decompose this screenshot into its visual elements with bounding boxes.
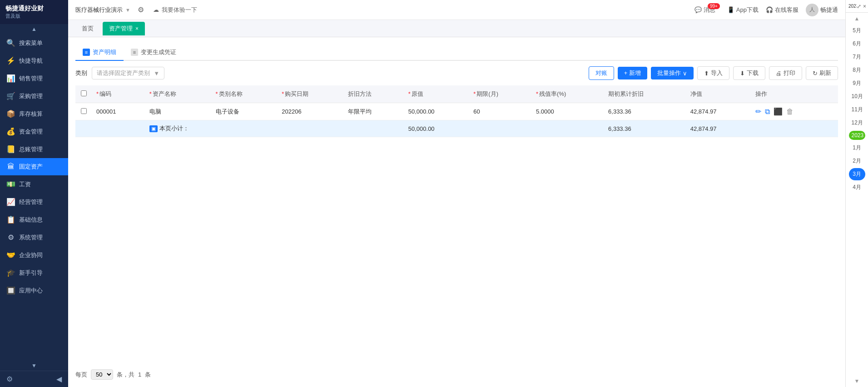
sidebar-item-inventory[interactable]: 📦 库存核算	[0, 105, 68, 123]
avatar: 人	[806, 4, 818, 16]
operations-icon: 📈	[6, 198, 15, 206]
sidebar-item-ledger[interactable]: 📒 总账管理	[0, 140, 68, 158]
sidebar-item-system[interactable]: ⚙ 系统管理	[0, 228, 68, 246]
share-button[interactable]: ⬛	[774, 107, 783, 116]
sidebar-item-enterprise[interactable]: 🤝 企业协同	[0, 246, 68, 264]
right-panel-scroll-down[interactable]: ▼	[853, 377, 861, 385]
cal-month-10[interactable]: 10月	[849, 90, 865, 103]
company-gear-icon[interactable]: ⚙	[138, 5, 144, 14]
cal-month-2[interactable]: 2月	[849, 155, 865, 167]
sidebar-item-label: 资金管理	[19, 128, 43, 136]
notification-button[interactable]: 💬 消息 99+	[694, 6, 715, 14]
cal-month-3-current[interactable]: 3月	[849, 168, 865, 180]
sidebar-scroll-down[interactable]: ▼	[0, 361, 68, 371]
copy-button[interactable]: ⧉	[765, 108, 770, 116]
row-code: 000001	[92, 103, 145, 120]
download-button[interactable]: ⬇ 下载	[733, 66, 765, 80]
right-panel-scroll-up[interactable]: ▲	[853, 15, 861, 23]
sidebar-item-label: 搜索菜单	[19, 39, 43, 47]
assets-table: *编码 *资产名称 *类别名称 *购买日期 折旧方法 *原值 *期限(月) *残…	[75, 85, 838, 137]
experience-button[interactable]: ☁ 我要体验一下	[153, 6, 197, 14]
category-filter[interactable]: 请选择固定资产类别 ▼	[92, 67, 164, 79]
row-checkbox[interactable]	[81, 108, 87, 114]
sidebar-item-search[interactable]: 🔍 搜索菜单	[0, 34, 68, 52]
per-page-select[interactable]: 50	[91, 369, 113, 380]
import-icon: ⬆	[704, 70, 709, 77]
right-panel-expand-icon[interactable]: ⤢	[857, 3, 861, 10]
sidebar-item-basic-info[interactable]: 📋 基础信息	[0, 211, 68, 228]
cal-month-6[interactable]: 6月	[849, 38, 865, 50]
enterprise-icon: 🤝	[6, 251, 15, 259]
user-menu[interactable]: 人 畅捷通	[806, 4, 838, 16]
subtotal-empty	[75, 120, 145, 137]
tab-close-icon[interactable]: ×	[135, 25, 139, 32]
subtotal-original-value: 50,000.00	[404, 120, 469, 137]
topbar-right: 💬 消息 99+ 📱 App下载 🎧 在线客服 人 畅捷通	[694, 4, 838, 16]
tab-home[interactable]: 首页	[75, 22, 100, 35]
cal-month-7[interactable]: 7月	[849, 51, 865, 63]
header-depreciation-method: 折旧方法	[343, 85, 404, 103]
sidebar-item-fixed-assets[interactable]: 🏛 固定资产	[0, 158, 68, 175]
per-page-label: 每页	[75, 371, 87, 379]
purchase-icon: 🛒	[6, 92, 15, 100]
row-depreciation-method: 年限平均	[343, 103, 404, 120]
delete-button[interactable]: 🗑	[786, 108, 794, 116]
cal-month-8[interactable]: 8月	[849, 64, 865, 76]
row-category: 电子设备	[211, 103, 278, 120]
duizhang-button[interactable]: 对账	[589, 66, 614, 80]
row-period: 60	[469, 103, 531, 120]
experience-label: 我要体验一下	[162, 6, 197, 14]
main-content: ≡ 资产明细 ≡ 变更生成凭证 类别 请选择固定资产类别 ▼ 对账 + 新增 批…	[68, 37, 845, 387]
sidebar-item-guide[interactable]: 🎓 新手引导	[0, 264, 68, 282]
settings-icon[interactable]: ⚙	[6, 375, 13, 383]
sub-tab-asset-detail[interactable]: ≡ 资产明细	[75, 45, 124, 61]
table-header-row: *编码 *资产名称 *类别名称 *购买日期 折旧方法 *原值 *期限(月) *残…	[75, 85, 838, 103]
sidebar-item-sales[interactable]: 📊 销售管理	[0, 69, 68, 87]
refresh-icon: ↻	[813, 70, 818, 77]
refresh-button[interactable]: ↻ 刷新	[806, 66, 838, 80]
import-button[interactable]: ⬆ 导入	[697, 66, 729, 80]
cal-month-1[interactable]: 1月	[849, 142, 865, 154]
sidebar-item-quick-nav[interactable]: ⚡ 快捷导航	[0, 52, 68, 69]
tab-asset-management[interactable]: 资产管理 ×	[103, 22, 145, 35]
pagination: 每页 50 条，共 1 条	[75, 365, 838, 380]
sidebar-scroll-up[interactable]: ▲	[0, 24, 68, 34]
tab-home-label: 首页	[82, 25, 94, 32]
experience-icon: ☁	[153, 6, 159, 13]
cal-month-11[interactable]: 11月	[849, 104, 865, 116]
cal-month-5[interactable]: 5月	[849, 25, 865, 37]
customer-service-button[interactable]: 🎧 在线客服	[766, 6, 799, 14]
header-name: *资产名称	[145, 85, 211, 103]
logo-text: 畅捷通好业财	[5, 5, 44, 13]
sidebar-item-app-center[interactable]: 🔲 应用中心	[0, 282, 68, 299]
app-download-button[interactable]: 📱 App下载	[727, 6, 759, 14]
sidebar-item-funds[interactable]: 💰 资金管理	[0, 123, 68, 140]
system-icon: ⚙	[6, 233, 15, 242]
sidebar: 畅捷通好业财 普及版 ▲ 🔍 搜索菜单 ⚡ 快捷导航 📊 销售管理 🛒 采购管理…	[0, 0, 68, 387]
row-purchase-date: 202206	[277, 103, 343, 120]
edit-button[interactable]: ✏	[755, 107, 761, 116]
sidebar-item-operations[interactable]: 📈 经营管理	[0, 193, 68, 211]
batch-button[interactable]: 批量操作 ∨	[651, 67, 694, 79]
collapse-icon[interactable]: ◀	[56, 375, 62, 383]
sub-tab-asset-detail-label: 资产明细	[93, 48, 116, 56]
cal-month-12[interactable]: 12月	[849, 117, 865, 129]
download-label: 下载	[747, 69, 759, 77]
sub-tab-change-voucher[interactable]: ≡ 变更生成凭证	[124, 45, 184, 61]
app-logo: 畅捷通好业财 普及版	[0, 0, 68, 24]
company-selector[interactable]: 医疗器械行业演示 ▼	[75, 6, 130, 14]
sidebar-item-salary[interactable]: 💵 工资	[0, 175, 68, 193]
customer-service-icon: 🎧	[766, 6, 773, 13]
cal-month-4[interactable]: 4月	[849, 181, 865, 194]
new-button[interactable]: + 新增	[618, 67, 647, 79]
cal-month-9[interactable]: 9月	[849, 77, 865, 89]
tab-active-label: 资产管理	[109, 25, 133, 33]
sidebar-item-purchase[interactable]: 🛒 采购管理	[0, 87, 68, 105]
right-panel-close-icon[interactable]: ×	[863, 3, 866, 10]
tabs-bar: 首页 资产管理 ×	[68, 20, 845, 37]
select-all-checkbox[interactable]	[81, 90, 87, 96]
total-label-prefix: 条，共	[117, 371, 134, 379]
header-initial-depreciation: 期初累计折旧	[604, 85, 686, 103]
print-button[interactable]: 🖨 打印	[769, 66, 802, 80]
sidebar-item-label: 经营管理	[19, 198, 43, 206]
